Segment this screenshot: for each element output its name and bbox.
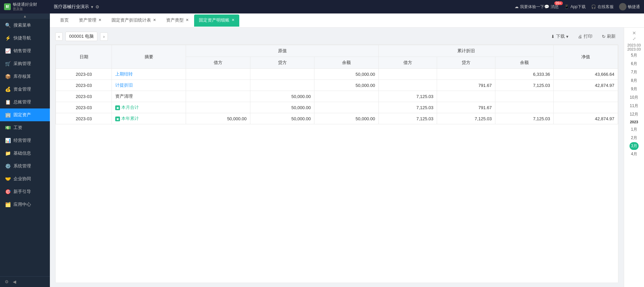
month-item-11月[interactable]: 11月 — [630, 102, 638, 110]
sidebar-item-inventory[interactable]: 📦库存核算 — [0, 70, 50, 83]
funds-icon: 💰 — [5, 86, 11, 92]
month-2023-2月[interactable]: 2月 — [627, 134, 641, 142]
cell-dep-balance-2 — [495, 91, 554, 102]
th-dep-balance: 余额 — [495, 57, 554, 69]
right-panel-expand-icon[interactable]: ⤢ — [633, 36, 636, 41]
sidebar-item-system[interactable]: ⚙️系统管理 — [0, 160, 50, 172]
th-original-value: 原值 — [186, 45, 379, 57]
app-download-btn[interactable]: 📱 App下载 — [564, 4, 586, 10]
sidebar-label-system: 系统管理 — [13, 163, 31, 169]
month-2023-1月[interactable]: 1月 — [627, 125, 641, 134]
username-label: 畅捷通 — [628, 4, 640, 10]
right-panel-close-icon[interactable]: ✕ — [632, 30, 636, 36]
search-icon: 🔍 — [5, 22, 11, 28]
tab-asset_mgmt[interactable]: 资产管理✕ — [74, 14, 106, 27]
sidebar-item-basic[interactable]: 📁基础信息 — [0, 147, 50, 160]
cell-orig-debit-0 — [186, 69, 250, 80]
next-btn[interactable]: › — [100, 32, 108, 41]
cell-date-1: 2023-03 — [56, 80, 112, 91]
sidebar-item-ledger[interactable]: 📋总账管理 — [0, 96, 50, 108]
company-name: 医疗器械行业演示 — [54, 4, 89, 10]
wages-icon: 💵 — [5, 125, 11, 131]
settings-footer-btn[interactable]: ⚙ — [5, 279, 9, 284]
month-item-10月[interactable]: 10月 — [630, 93, 638, 102]
sidebar-label-sales: 销售管理 — [13, 48, 31, 54]
year-2023-label: 2023 — [624, 119, 644, 125]
download-btn[interactable]: ⬇ 下载 ▾ — [548, 32, 571, 41]
cell-summary-3: ▣本月合计 — [112, 102, 186, 113]
sidebar-item-app_center[interactable]: 🗂️应用中心 — [0, 198, 50, 211]
tab-close-asset_mgmt[interactable]: ✕ — [98, 18, 101, 22]
sidebar-item-sales[interactable]: 📈销售管理 — [0, 44, 50, 57]
table-row: 2023-03 上期结转 50,000.00 6,333.36 43,666.6… — [56, 69, 618, 80]
cell-dep-credit-1: 791.67 — [437, 80, 495, 91]
cell-orig-balance-1: 50,000.00 — [314, 80, 379, 91]
refresh-btn[interactable]: ↻ 刷新 — [599, 32, 618, 41]
online-service-btn[interactable]: 🎧 在线客服 — [591, 4, 614, 10]
month-2023-4月[interactable]: 4月 — [627, 150, 641, 158]
company-selector[interactable]: 医疗器械行业演示 ▾ ⚙ — [54, 4, 508, 10]
sidebar-item-guide[interactable]: 🎯新手引导 — [0, 185, 50, 198]
sidebar-label-wages: 工资 — [13, 125, 22, 131]
right-panel-header: ✕ ⤢ — [632, 30, 636, 41]
company-settings-icon[interactable]: ⚙ — [95, 4, 99, 9]
month-2023-3月[interactable]: 3月 — [630, 142, 639, 150]
prev-btn[interactable]: ‹ — [55, 32, 63, 41]
message-badge: 99+ — [554, 1, 563, 5]
content-area: 首页资产管理✕固定资产折旧统计表✕资产类型✕固定资产明细账✕ ‹ 000001 … — [50, 13, 644, 287]
download-icon: 📱 — [564, 4, 569, 9]
guide-icon: 🎯 — [5, 189, 11, 195]
sidebar-item-fixed[interactable]: 🏢固定资产 — [0, 108, 50, 121]
sidebar-item-search[interactable]: 🔍搜索菜单 — [0, 19, 50, 32]
cell-orig-balance-0: 50,000.00 — [314, 69, 379, 80]
sidebar-item-operation[interactable]: 📊经营管理 — [0, 134, 50, 147]
sidebar-label-inventory: 库存核算 — [13, 73, 31, 79]
sidebar-item-enterprise[interactable]: 🤝企业协同 — [0, 172, 50, 185]
year-label-top2: 2023.03 — [627, 47, 641, 51]
quick-icon: ⚡ — [5, 35, 11, 41]
tab-close-asset_type[interactable]: ✕ — [186, 18, 189, 22]
ledger-icon: 📋 — [5, 99, 11, 105]
sidebar-item-quick[interactable]: ⚡快捷导航 — [0, 32, 50, 44]
month-item-8月[interactable]: 8月 — [630, 76, 638, 85]
basic-icon: 📁 — [5, 150, 11, 156]
tab-home[interactable]: 首页 — [55, 14, 73, 27]
sidebar-item-funds[interactable]: 💰资金管理 — [0, 83, 50, 96]
month-item-9月[interactable]: 9月 — [630, 85, 638, 93]
sidebar-footer: ⚙ ◀ — [0, 276, 50, 287]
cell-date-0: 2023-03 — [56, 69, 112, 80]
fixed-icon: 🏢 — [5, 112, 11, 118]
th-accumulated-dep: 累计折旧 — [378, 45, 553, 57]
tab-depreciation_table[interactable]: 固定资产折旧统计表✕ — [107, 14, 161, 27]
cell-summary-0: 上期结转 — [112, 69, 186, 80]
sidebar-item-purchase[interactable]: 🛒采购管理 — [0, 57, 50, 70]
collapse-footer-btn[interactable]: ◀ — [13, 279, 16, 284]
cloud-icon: ☁ — [515, 4, 519, 9]
th-date: 日期 — [56, 45, 112, 69]
tab-close-asset_detail[interactable]: ✕ — [232, 18, 235, 22]
month-item-7月[interactable]: 7月 — [630, 68, 638, 76]
company-dropdown-icon[interactable]: ▾ — [91, 4, 93, 9]
logo-version: 普及版 — [13, 7, 37, 11]
cell-dep-balance-0: 6,333.36 — [495, 69, 554, 80]
tab-asset_detail[interactable]: 固定资产明细账✕ — [194, 14, 239, 27]
tab-asset_type[interactable]: 资产类型✕ — [161, 14, 193, 27]
asset-code: 000001 电脑 — [65, 32, 97, 41]
tab-label-asset_mgmt: 资产管理 — [79, 17, 96, 23]
month-item-5月[interactable]: 5月 — [630, 51, 638, 60]
experience-btn[interactable]: ☁ 我要体验一下 — [515, 4, 544, 10]
print-btn[interactable]: 🖨 打印 — [575, 32, 595, 41]
sidebar-item-wages[interactable]: 💵工资 — [0, 121, 50, 134]
sidebar-scroll-up[interactable]: ▲ — [0, 13, 50, 19]
toolbar: ‹ 000001 电脑 › ⬇ 下载 ▾ 🖨 打印 — [55, 32, 618, 41]
cell-net-value-0: 43,666.64 — [554, 69, 618, 80]
month-item-6月[interactable]: 6月 — [630, 60, 638, 68]
sidebar-label-search: 搜索菜单 — [13, 22, 31, 28]
tab-close-depreciation_table[interactable]: ✕ — [153, 18, 156, 22]
th-dep-credit: 贷方 — [437, 57, 495, 69]
user-area[interactable]: 畅捷通 — [619, 3, 640, 10]
sidebar-label-ledger: 总账管理 — [13, 99, 31, 105]
cell-orig-credit-1 — [250, 80, 314, 91]
month-item-12月[interactable]: 12月 — [630, 110, 638, 119]
message-btn[interactable]: 💬 消息 99+ — [544, 4, 559, 10]
